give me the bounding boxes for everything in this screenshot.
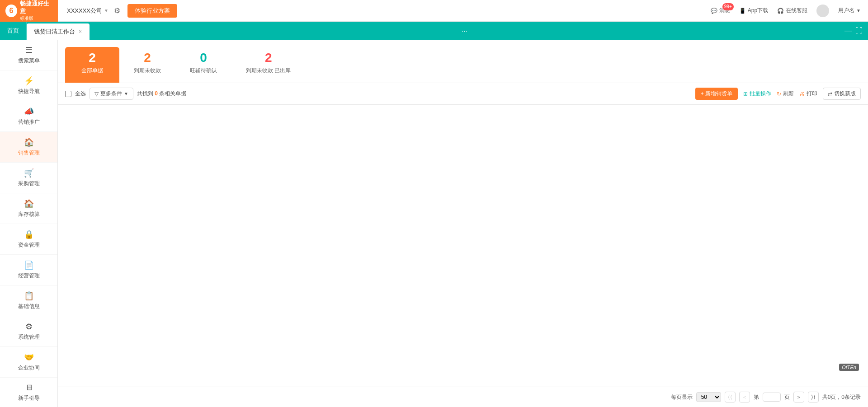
refresh-icon: ↻	[777, 91, 781, 97]
tab-daily-work[interactable]: 钱货日清工作台 ×	[27, 23, 90, 40]
basic-icon: 📋	[24, 291, 34, 301]
quick-nav-icon: ⚡	[24, 76, 34, 86]
refresh-button[interactable]: ↻ 刷新	[777, 90, 794, 98]
first-page-button[interactable]: ⟨⟨	[725, 392, 736, 402]
message-badge: 99+	[722, 3, 734, 10]
card-pending[interactable]: 0 旺辅待确认	[175, 47, 231, 83]
print-button[interactable]: 🖨 打印	[799, 90, 817, 98]
logo-area: 6 畅捷通好生意 标准版	[0, 0, 58, 22]
content-area: 2 全部单据 2 到期未收款 0 旺辅待确认 2 到期未收款 已出库 全选	[58, 40, 868, 407]
sidebar-item-sales[interactable]: 🏠 销售管理	[0, 132, 57, 163]
page-input[interactable]: 1	[763, 393, 781, 402]
often-badge: OfTEn	[839, 364, 859, 371]
sidebar-item-finance[interactable]: 🔒 资金管理	[0, 224, 57, 255]
found-text: 共找到 0 条相关单据	[137, 90, 186, 98]
message-icon: 💬	[711, 8, 717, 14]
guide-icon: 🖥	[25, 383, 33, 393]
last-page-button[interactable]: ⟩⟩	[808, 392, 819, 402]
service-icon: 🎧	[777, 8, 784, 14]
next-page-button[interactable]: ＞	[793, 392, 804, 402]
maximize-icon[interactable]: ⛶	[855, 27, 863, 35]
finance-icon: 🔒	[24, 229, 34, 239]
card-overdue[interactable]: 2 到期未收款	[119, 47, 175, 83]
app-icon: 📱	[739, 8, 746, 14]
card-overdue-shipped[interactable]: 2 到期未收款 已出库	[231, 47, 305, 83]
user-name[interactable]: 用户名 ▼	[838, 7, 861, 14]
company-selector[interactable]: XXXXXX公司 ▼	[67, 7, 108, 15]
filter-chevron-icon: ▼	[124, 91, 128, 96]
experience-button[interactable]: 体验行业方案	[127, 4, 177, 18]
online-service-item[interactable]: 🎧 在线客服	[777, 7, 807, 14]
new-sales-order-button[interactable]: + 新增销货单	[695, 88, 738, 100]
search-menu-icon: ☰	[25, 45, 33, 55]
sidebar-item-inventory[interactable]: 🏠 库存核算	[0, 193, 57, 224]
sidebar-item-search[interactable]: ☰ 搜索菜单	[0, 40, 57, 70]
sidebar-item-enterprise[interactable]: 🤝 企业协同	[0, 347, 57, 378]
toolbar: 全选 ▽ 更多条件 ▼ 共找到 0 条相关单据 + 新增销货单 ⊞ 批量操作	[58, 83, 868, 105]
tab-home[interactable]: 首页	[0, 22, 27, 40]
logo-icon: 6	[5, 5, 17, 17]
print-icon: 🖨	[799, 91, 805, 97]
sidebar-item-marketing[interactable]: 📣 营销推广	[0, 101, 57, 132]
top-header: 6 畅捷通好生意 标准版 XXXXXX公司 ▼ ⚙ 体验行业方案 💬 消息 99…	[0, 0, 868, 22]
nav-tabs-bar: 首页 钱货日清工作台 × ⋯ — ⛶	[0, 22, 868, 40]
sidebar-item-operation[interactable]: 📄 经营管理	[0, 255, 57, 285]
tab-close-icon[interactable]: ×	[79, 28, 82, 35]
filter-button[interactable]: ▽ 更多条件 ▼	[90, 88, 133, 100]
marketing-icon: 📣	[24, 107, 34, 117]
sidebar-item-basic[interactable]: 📋 基础信息	[0, 285, 57, 316]
sidebar: ☰ 搜索菜单 ⚡ 快捷导航 📣 营销推广 🏠 销售管理 🛒 采购管理 🏠 库存核…	[0, 40, 58, 407]
filter-icon: ▽	[94, 91, 99, 97]
minimize-icon[interactable]: —	[844, 27, 852, 35]
total-info: 共0页，0条记录	[822, 393, 861, 401]
chevron-down-icon: ▼	[856, 8, 861, 13]
inventory-icon: 🏠	[24, 199, 34, 209]
sidebar-item-purchase[interactable]: 🛒 采购管理	[0, 163, 57, 193]
select-all-checkbox[interactable]	[65, 91, 71, 97]
page-size-select[interactable]: 50 100 200	[696, 392, 721, 402]
tab-expand-icon[interactable]: ⋯	[456, 22, 473, 40]
enterprise-icon: 🤝	[24, 352, 34, 362]
switch-version-button[interactable]: ⇄ 切换新版	[823, 88, 861, 100]
app-download-item[interactable]: 📱 App下载	[739, 7, 768, 14]
chevron-down-icon: ▼	[104, 8, 108, 13]
table-area	[58, 105, 868, 387]
message-icon-item[interactable]: 💬 消息 99+	[711, 7, 730, 14]
batch-operation-button[interactable]: ⊞ 批量操作	[743, 90, 771, 98]
toolbar-left: 全选 ▽ 更多条件 ▼ 共找到 0 条相关单据	[65, 88, 692, 100]
operation-icon: 📄	[24, 260, 34, 270]
switch-icon: ⇄	[828, 91, 832, 97]
sales-icon: 🏠	[24, 137, 34, 147]
header-right: 💬 消息 99+ 📱 App下载 🎧 在线客服 用户名 ▼	[711, 5, 861, 17]
purchase-icon: 🛒	[24, 168, 34, 178]
logo-text: 畅捷通好生意 标准版	[20, 0, 52, 21]
sidebar-item-system[interactable]: ⚙ 系统管理	[0, 316, 57, 347]
settings-icon[interactable]: ⚙	[114, 6, 120, 15]
avatar[interactable]	[816, 5, 829, 17]
system-icon: ⚙	[25, 322, 33, 332]
main-layout: ☰ 搜索菜单 ⚡ 快捷导航 📣 营销推广 🏠 销售管理 🛒 采购管理 🏠 库存核…	[0, 40, 868, 407]
sidebar-item-quick[interactable]: ⚡ 快捷导航	[0, 70, 57, 101]
sidebar-item-guide[interactable]: 🖥 新手引导	[0, 378, 57, 407]
toolbar-right: + 新增销货单 ⊞ 批量操作 ↻ 刷新 🖨 打印 ⇄ 切换新版	[695, 88, 861, 100]
found-count: 0	[155, 90, 158, 97]
card-all[interactable]: 2 全部单据	[65, 47, 119, 83]
batch-icon: ⊞	[743, 91, 748, 97]
pagination-bar: 每页显示 50 100 200 ⟨⟨ ＜ 第 1 页 ＞ ⟩⟩ 共0页，0条记录	[58, 387, 868, 407]
summary-cards: 2 全部单据 2 到期未收款 0 旺辅待确认 2 到期未收款 已出库	[58, 40, 868, 83]
prev-page-button[interactable]: ＜	[739, 392, 750, 402]
